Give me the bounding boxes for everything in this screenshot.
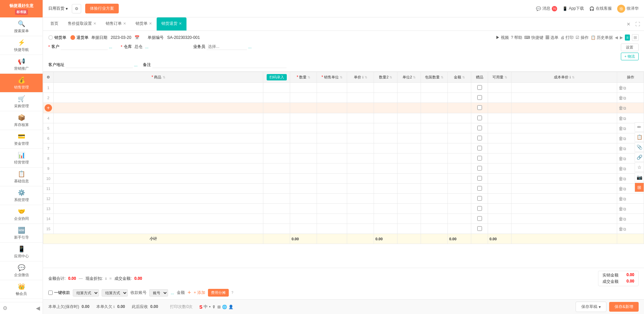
copy-row-button[interactable]: ⧉ xyxy=(623,96,626,101)
price-sort[interactable]: ⇅ xyxy=(365,75,367,79)
app-download-button[interactable]: 📱 App下载 xyxy=(562,6,584,11)
cell-unit-price[interactable] xyxy=(347,224,374,234)
calendar-icon[interactable]: 📅 xyxy=(135,35,140,40)
cell-pkg-qty[interactable] xyxy=(421,133,448,143)
cell-scan[interactable] xyxy=(263,113,290,123)
sidebar-item-member[interactable]: 👑 畅会员 xyxy=(0,280,43,299)
toolbar-prev-icon[interactable]: ◀ xyxy=(615,35,618,40)
sidebar-item-wechat[interactable]: 💬 企业微信 xyxy=(0,261,43,280)
sidebar-item-marketing[interactable]: 📢 营销推广 xyxy=(0,55,43,74)
cell-cost-price[interactable] xyxy=(512,83,617,93)
cell-amount[interactable] xyxy=(448,133,471,143)
this-debt-info[interactable]: ℹ xyxy=(113,305,115,309)
cell-qty[interactable] xyxy=(290,194,317,204)
user-avatar[interactable]: 徐 徐泽华 xyxy=(617,5,639,13)
cell-sales-unit[interactable] xyxy=(317,174,347,184)
cell-amount[interactable] xyxy=(448,83,471,93)
toolbar-grid-view[interactable]: ⊞ xyxy=(632,34,639,41)
cell-unit-price[interactable] xyxy=(347,83,374,93)
toolbar-print[interactable]: 🖨 打印 xyxy=(560,35,574,41)
address-input[interactable] xyxy=(66,62,133,68)
delete-row-button[interactable]: 🗑 xyxy=(619,116,623,121)
delete-row-button[interactable]: 🗑 xyxy=(619,156,623,161)
cell-unit2[interactable] xyxy=(397,164,421,174)
sidebar-item-basic[interactable]: 📋 基础信息 xyxy=(0,168,43,186)
delete-row-button[interactable]: 🗑 xyxy=(619,186,623,191)
toolbar-next-icon[interactable]: ▶ xyxy=(620,35,623,40)
float-icon-3[interactable]: 📎 xyxy=(635,142,644,152)
cell-available[interactable] xyxy=(488,184,512,194)
cell-cost-price[interactable] xyxy=(512,123,617,133)
dots-account[interactable]: ... xyxy=(171,291,174,295)
cell-available[interactable] xyxy=(488,93,512,103)
cell-qty[interactable] xyxy=(290,174,317,184)
customer-input[interactable] xyxy=(61,44,108,50)
cell-pkg-qty[interactable] xyxy=(421,194,448,204)
cell-sales-unit[interactable] xyxy=(317,143,347,153)
message-button[interactable]: 💬 消息 70 xyxy=(536,6,557,11)
radio-sales[interactable]: 销货单 xyxy=(48,35,66,41)
address-dots[interactable]: ... xyxy=(134,63,138,67)
sidebar-item-search[interactable]: 🔍 搜索菜单 xyxy=(0,17,43,36)
cell-unit-price[interactable] xyxy=(347,153,374,164)
cell-pkg-qty[interactable] xyxy=(421,184,448,194)
product-input-active[interactable] xyxy=(55,106,262,110)
cell-unit2[interactable] xyxy=(397,123,421,133)
header-settings-button[interactable]: ⚙ xyxy=(72,4,81,13)
copy-row-button[interactable]: ⧉ xyxy=(623,177,626,181)
tab-price-setup-close[interactable]: ✕ xyxy=(93,21,96,26)
one-click-pay-checkbox[interactable]: 一键收款 xyxy=(48,290,70,296)
one-click-pay-check[interactable] xyxy=(48,291,53,295)
cell-unit-price[interactable] xyxy=(347,93,374,103)
cell-scan[interactable] xyxy=(263,174,290,184)
gift-checkbox[interactable] xyxy=(477,136,482,140)
cell-pkg-qty[interactable] xyxy=(421,214,448,224)
cell-sales-unit[interactable] xyxy=(317,113,347,123)
cell-scan[interactable] xyxy=(263,123,290,133)
cell-scan[interactable] xyxy=(263,164,290,174)
cell-unit-price[interactable] xyxy=(347,113,374,123)
sidebar-item-inventory[interactable]: 📦 库存核算 xyxy=(0,111,43,130)
cell-amount[interactable] xyxy=(448,123,471,133)
cell-pkg-qty[interactable] xyxy=(421,123,448,133)
gift-checkbox[interactable] xyxy=(477,226,482,231)
discount-info[interactable]: ℹ xyxy=(105,277,107,280)
calc-method-select[interactable]: 结算方式 xyxy=(102,289,128,297)
cell-qty[interactable] xyxy=(290,113,317,123)
cell-available[interactable] xyxy=(488,113,512,123)
salesperson-dots[interactable]: ... xyxy=(248,45,252,49)
cell-cost-price[interactable] xyxy=(512,143,617,153)
delete-row-button[interactable]: 🗑 xyxy=(619,216,623,222)
cell-qty[interactable] xyxy=(290,123,317,133)
cell-unit-price[interactable] xyxy=(347,133,374,143)
sidebar-item-finance[interactable]: 💳 资金管理 xyxy=(0,130,43,149)
float-icon-1[interactable]: ✏ xyxy=(635,122,644,132)
sidebar-item-apps[interactable]: 📱 应用中心 xyxy=(0,243,43,261)
cell-unit-price[interactable] xyxy=(347,204,374,214)
cell-unit2[interactable] xyxy=(397,224,421,234)
cell-qty[interactable] xyxy=(290,224,317,234)
cell-amount[interactable] xyxy=(448,164,471,174)
cell-qty[interactable] xyxy=(290,93,317,103)
copy-row-button[interactable]: ⧉ xyxy=(623,167,626,171)
cell-pkg-qty[interactable] xyxy=(421,143,448,153)
cell-unit2[interactable] xyxy=(397,214,421,224)
cell-available[interactable] xyxy=(488,83,512,93)
cell-qty2[interactable] xyxy=(374,164,397,174)
sidebar-item-guide[interactable]: 🆕 新手引导 xyxy=(0,224,43,243)
cell-unit2[interactable] xyxy=(397,184,421,194)
cell-qty[interactable] xyxy=(290,143,317,153)
cell-cost-price[interactable] xyxy=(512,133,617,143)
cell-scan[interactable] xyxy=(263,103,290,113)
tab-sales-close[interactable]: ✕ xyxy=(149,21,152,26)
cell-unit2[interactable] xyxy=(397,93,421,103)
maximize-icon[interactable]: ⛶ xyxy=(634,21,641,27)
sidebar-item-sales-mgmt[interactable]: 💰 销售管理 xyxy=(0,74,43,92)
cell-sales-unit[interactable] xyxy=(317,224,347,234)
cell-amount[interactable] xyxy=(448,113,471,123)
trial-button[interactable]: 体验行业方案 xyxy=(85,4,119,13)
copy-row-button[interactable]: ⧉ xyxy=(623,126,626,131)
copy-row-button[interactable]: ⧉ xyxy=(623,207,626,211)
sidebar-item-purchase[interactable]: 🛒 采购管理 xyxy=(0,92,43,111)
cell-pkg-qty[interactable] xyxy=(421,224,448,234)
